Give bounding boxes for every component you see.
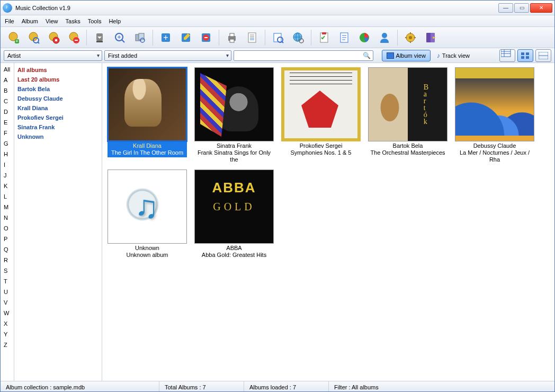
toolbar-exit[interactable]	[422, 29, 439, 46]
alpha-P[interactable]: P	[1, 234, 14, 244]
sidelist-artist-3[interactable]: Prokofiev Sergei	[17, 113, 99, 122]
thumb-icon	[521, 52, 530, 59]
alpha-T[interactable]: T	[1, 276, 14, 287]
album-item-6[interactable]: ABBAAbba Gold: Greatest Hits	[194, 170, 274, 260]
toolbar-db-delete[interactable]	[65, 29, 82, 46]
toolbar-notes[interactable]	[336, 29, 353, 46]
toolbar-options[interactable]	[402, 29, 419, 46]
toolbar-dup-find[interactable]	[131, 29, 148, 46]
sidelist-artist-5[interactable]: Unknown	[17, 132, 99, 141]
album-item-2[interactable]: Prokofiev SergeiSymphonies Nos. 1 & 5	[281, 67, 361, 164]
sort-combo[interactable]: First added	[104, 50, 231, 61]
toolbar-album-add[interactable]: +	[157, 29, 174, 46]
menu-file[interactable]: File	[5, 18, 14, 24]
toolbar-separator	[86, 30, 87, 46]
album-artist: Debussy Claude	[456, 142, 533, 149]
search-input[interactable]: 🔍	[234, 50, 373, 61]
toolbar-album-edit[interactable]	[177, 29, 194, 46]
alpha-V[interactable]: V	[1, 297, 14, 308]
alpha-R[interactable]: R	[1, 255, 14, 265]
sidelist-artist-0[interactable]: Bartok Bela	[17, 84, 99, 93]
menu-tasks[interactable]: Tasks	[66, 18, 80, 24]
alpha-C[interactable]: C	[1, 96, 14, 106]
album-item-0[interactable]: Krall DianaThe Girl In The Other Room	[108, 67, 187, 164]
minimize-button[interactable]: —	[498, 3, 513, 13]
toolbar-db-search[interactable]	[25, 29, 42, 46]
status-collection: Album collection : sample.mdb	[1, 381, 159, 392]
menu-view[interactable]: View	[46, 18, 58, 24]
alpha-Q[interactable]: Q	[1, 244, 14, 255]
toolbar-album-delete[interactable]	[198, 29, 214, 46]
details-icon	[501, 49, 514, 62]
album-item-1[interactable]: Sinatra FrankFrank Sinatra Sings for Onl…	[194, 67, 274, 164]
menu-tools[interactable]: Tools	[88, 18, 102, 24]
alpha-All[interactable]: All	[1, 64, 14, 75]
alpha-F[interactable]: F	[1, 128, 14, 138]
album-label: Debussy ClaudeLa Mer / Nocturnes / Jeux …	[455, 141, 534, 164]
alpha-O[interactable]: O	[1, 223, 14, 234]
alpha-I[interactable]: I	[1, 159, 14, 170]
close-button[interactable]: ✕	[530, 3, 552, 13]
sidelist-artist-1[interactable]: Debussy Claude	[17, 94, 99, 103]
svg-rect-68	[526, 56, 529, 59]
menu-album[interactable]: Album	[22, 18, 38, 24]
toolbar-find[interactable]	[270, 29, 287, 46]
sidelist-special-0[interactable]: All albums	[17, 65, 99, 74]
album-artist: Prokofiev Sergei	[282, 142, 360, 149]
alpha-B[interactable]: B	[1, 85, 14, 96]
toolbar-chart-pie[interactable]	[356, 29, 373, 46]
album-label: UnknownUnknown album	[108, 244, 187, 260]
toolbar-db-add[interactable]: +	[5, 29, 22, 46]
album-item-5[interactable]: UnknownUnknown album	[108, 170, 187, 260]
filter-field-combo[interactable]: Artist	[4, 50, 102, 61]
alpha-L[interactable]: L	[1, 191, 14, 202]
album-item-3[interactable]: Bartok BelaThe Orchestral Masterpieces	[368, 67, 447, 164]
alpha-J[interactable]: J	[1, 170, 14, 181]
sidelist-artist-2[interactable]: Krall Diana	[17, 103, 99, 112]
alpha-D[interactable]: D	[1, 106, 14, 117]
alpha-S[interactable]: S	[1, 265, 14, 276]
alpha-G[interactable]: G	[1, 138, 14, 149]
alpha-Y[interactable]: Y	[1, 329, 14, 340]
alpha-M[interactable]: M	[1, 202, 14, 212]
toolbar-separator	[397, 30, 398, 46]
thumbnail-view-button[interactable]	[517, 49, 533, 62]
svg-rect-32	[248, 33, 256, 42]
album-add-icon: +	[159, 31, 172, 44]
album-title: La Mer / Nocturnes / Jeux / Rha	[456, 149, 533, 163]
toolbar-zoom[interactable]	[111, 29, 128, 46]
menu-help[interactable]: Help	[109, 18, 121, 24]
alpha-K[interactable]: K	[1, 181, 14, 191]
alpha-E[interactable]: E	[1, 117, 14, 128]
toolbar: ++	[1, 27, 554, 48]
alpha-U[interactable]: U	[1, 287, 14, 297]
artist-sidelist: All albumsLast 20 albumsBartok BelaDebus…	[14, 63, 102, 381]
album-item-4[interactable]: Debussy ClaudeLa Mer / Nocturnes / Jeux …	[455, 67, 534, 164]
alpha-W[interactable]: W	[1, 308, 14, 318]
toolbar-web-search[interactable]	[290, 29, 307, 46]
toolbar-task[interactable]	[316, 29, 333, 46]
svg-line-39	[282, 41, 283, 43]
toolbar-db-backup[interactable]	[45, 29, 62, 46]
alpha-Z[interactable]: Z	[1, 340, 14, 350]
album-view-button[interactable]: Album view	[382, 50, 431, 61]
details-view-button[interactable]	[499, 49, 515, 62]
toolbar-report[interactable]	[244, 29, 261, 46]
svg-rect-31	[230, 39, 234, 42]
track-view-button[interactable]: Track view	[433, 50, 474, 61]
sidelist-special-1[interactable]: Last 20 albums	[17, 75, 99, 84]
toolbar-download[interactable]	[91, 29, 108, 46]
alpha-X[interactable]: X	[1, 318, 14, 329]
alpha-N[interactable]: N	[1, 212, 14, 223]
album-view-icon	[387, 52, 394, 59]
alpha-A[interactable]: A	[1, 75, 14, 85]
toolbar-print[interactable]	[223, 29, 240, 46]
maximize-button[interactable]: ▭	[514, 3, 529, 13]
toolbar-user[interactable]	[376, 29, 393, 46]
sidelist-artist-4[interactable]: Sinatra Frank	[17, 122, 99, 131]
db-delete-icon	[67, 31, 80, 44]
list-view-button[interactable]	[535, 49, 551, 62]
album-cover	[108, 170, 187, 244]
alpha-H[interactable]: H	[1, 149, 14, 159]
main-body: AllABCDEFGHIJKLMNOPQRSTUVWXYZ All albums…	[1, 63, 554, 381]
